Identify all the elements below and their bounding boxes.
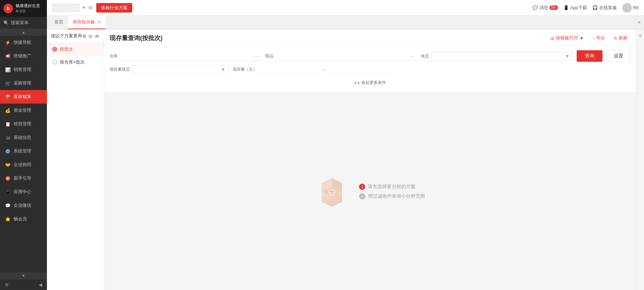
scroll-up-button[interactable]: ▲: [0, 29, 47, 36]
sidebar-item-label: 营销推广: [14, 53, 31, 59]
empty-hint-2: 2 用过滤条件来缩小分析范围: [359, 193, 425, 199]
app-download-label: App下载: [570, 5, 587, 11]
tab-inventory-batch[interactable]: 库存批次账 ✕: [68, 16, 106, 29]
user-name: Rit: [633, 5, 639, 10]
search-icon: 🔍: [3, 20, 9, 25]
product-input-area[interactable]: ···: [275, 51, 417, 61]
status-label: 状态: [421, 53, 429, 59]
sidebar-item-enterprise[interactable]: 🤝 企业协同: [0, 158, 47, 171]
warehouse-dots-btn[interactable]: ···: [254, 53, 259, 59]
svg-point-5: [330, 191, 332, 192]
filter-warehouse: 仓库 ···: [109, 51, 261, 61]
tabs-close-all-button[interactable]: ✕: [637, 20, 641, 25]
collapse-filters-btn[interactable]: ∧∧ 收起更多条件: [109, 77, 630, 88]
product-label: 商品: [265, 53, 273, 59]
messages-label: 消息: [539, 5, 548, 11]
scroll-down-button[interactable]: ▼: [0, 272, 47, 279]
main-content: 现存量查询(按批次) 🖨 按模板打印 ▼ ↑ 导出 ↻ 刷新: [104, 30, 636, 290]
plan-by-warehouse-batch-label: 按仓库+批次: [60, 59, 85, 65]
filter-inventory-qty: 现存量（主） —: [233, 66, 389, 74]
status-dropdown-icon: ▼: [565, 54, 570, 59]
sidebar-item-guide[interactable]: 🎯 新手引导: [0, 171, 47, 185]
print-btn[interactable]: 🖨 按模板打印 ▼: [547, 34, 587, 42]
plan-item-by-warehouse-batch[interactable]: 按仓库+批次: [47, 56, 104, 69]
user-profile-btn[interactable]: Rit: [622, 3, 639, 13]
sales-icon: 📊: [5, 67, 11, 73]
refresh-icon: ↻: [614, 36, 617, 41]
right-close-panel[interactable]: ✕: [636, 30, 644, 290]
sidebar-item-label: 企业微信: [14, 202, 31, 209]
main-area: ▼ ⚙ 体验行业方案 💬 消息 99+ 📱 App下载 🎧 在线客服 Rit: [47, 0, 644, 290]
content-area: 按以下方案查询 ⊕ ◎ ≪ 按批次 按仓库+批次 现存量查询(按批次): [47, 30, 644, 290]
filter-row-2: 现存量状态 ▼ 现存量（主） —: [109, 65, 630, 74]
status-select[interactable]: ▼: [431, 52, 573, 60]
refresh-btn[interactable]: ↻ 刷新: [611, 34, 630, 42]
sidebar-item-basic[interactable]: 🗂 基础信息: [0, 131, 47, 144]
query-button[interactable]: 查询: [577, 50, 603, 62]
sidebar-item-purchase[interactable]: 🛒 采购管理: [0, 76, 47, 90]
sidebar-item-apps[interactable]: 📱 应用中心: [0, 185, 47, 199]
inventory-qty-label: 现存量（主）: [233, 67, 257, 72]
topbar-search-box[interactable]: [52, 4, 80, 12]
sidebar-item-member[interactable]: ⭐ 畅会员: [0, 212, 47, 226]
apps-icon: 📱: [5, 189, 11, 195]
search-menu-button[interactable]: 🔍 搜索菜单: [3, 20, 44, 26]
sidebar-item-operations[interactable]: 📋 经营管理: [0, 117, 47, 131]
refresh-label: 刷新: [619, 35, 628, 41]
app-download-btn[interactable]: 📱 App下载: [563, 5, 587, 11]
member-icon: ⭐: [5, 216, 11, 222]
inventory-qty-from[interactable]: [259, 66, 319, 74]
tab-close-icon[interactable]: ✕: [98, 20, 101, 24]
online-service-btn[interactable]: 🎧 在线客服: [592, 5, 617, 11]
print-dropdown-icon[interactable]: ▼: [579, 36, 584, 41]
sidebar-item-quick-nav[interactable]: ⚡ 快捷导航: [0, 36, 47, 49]
tab-home[interactable]: 首页: [50, 16, 68, 29]
hint-text-2: 用过滤条件来缩小分析范围: [368, 193, 425, 199]
sidebar-item-finance[interactable]: 💰 资金管理: [0, 104, 47, 117]
sidebar-item-label: 资金管理: [14, 107, 31, 113]
tab-inventory-batch-label: 库存批次账: [73, 19, 95, 25]
filter-status: 状态 ▼: [421, 52, 573, 60]
plan-settings-icon[interactable]: ◎: [88, 33, 92, 39]
sidebar-item-marketing[interactable]: 📢 营销推广: [0, 49, 47, 63]
experience-btn[interactable]: 体验行业方案: [96, 3, 132, 13]
warehouse-input[interactable]: [122, 52, 254, 60]
right-close-icon[interactable]: ✕: [638, 33, 642, 38]
sidebar-item-inventory[interactable]: 📦 库存核算: [0, 90, 47, 104]
online-service-label: 在线客服: [599, 5, 617, 11]
settings-footer-icon[interactable]: ⚙: [5, 282, 9, 287]
messages-icon: 💬: [532, 5, 538, 10]
marketing-icon: 📢: [5, 53, 11, 59]
settings-topbar-icon[interactable]: ⚙: [88, 4, 93, 11]
sidebar-item-sales[interactable]: 📊 销售管理: [0, 63, 47, 76]
messages-btn[interactable]: 💬 消息 99+: [532, 5, 558, 11]
left-panel-title: 按以下方案查询: [51, 33, 82, 39]
sidebar-item-system[interactable]: ⚙️ 系统管理: [0, 144, 47, 158]
collapse-panel-icon[interactable]: ≪: [95, 33, 100, 39]
topbar-left: ▼ ⚙ 体验行业方案: [52, 3, 132, 13]
settings-button[interactable]: 设置: [607, 50, 630, 62]
empty-hints: 1 请先选择要分析的方案 2 用过滤条件来缩小分析范围: [359, 184, 425, 199]
topbar-search-area: ▼ ⚙: [52, 4, 93, 12]
inventory-status-label: 现存量状态: [109, 67, 130, 72]
add-plan-icon[interactable]: ⊕: [82, 33, 86, 39]
radio-by-batch: [52, 47, 57, 52]
left-panel-header: 按以下方案查询 ⊕ ◎ ≪: [47, 30, 104, 43]
inventory-status-select[interactable]: ▼: [132, 65, 228, 74]
sidebar-item-wechat[interactable]: 💬 企业微信: [0, 199, 47, 212]
sidebar-search-area[interactable]: 🔍 搜索菜单: [0, 17, 47, 29]
dropdown-icon[interactable]: ▼: [82, 5, 86, 10]
product-input[interactable]: [277, 52, 409, 60]
inventory-qty-to[interactable]: [329, 66, 389, 74]
plan-item-by-batch[interactable]: 按批次: [47, 43, 104, 56]
product-dots-btn[interactable]: ···: [409, 53, 415, 59]
sidebar-item-label: 快捷导航: [14, 39, 31, 46]
sidebar-footer: ⚙ ◀: [0, 279, 47, 290]
export-btn[interactable]: ↑ 导出: [590, 34, 608, 42]
collapse-chevron-icon: ∧∧: [354, 80, 360, 85]
inventory-qty-separator: —: [322, 67, 326, 72]
collapse-sidebar-icon[interactable]: ◀: [39, 282, 42, 287]
tabs-bar: 首页 库存批次账 ✕ ✕: [47, 16, 644, 30]
warehouse-input-area[interactable]: ···: [120, 51, 261, 61]
page-title: 现存量查询(按批次): [109, 34, 163, 42]
